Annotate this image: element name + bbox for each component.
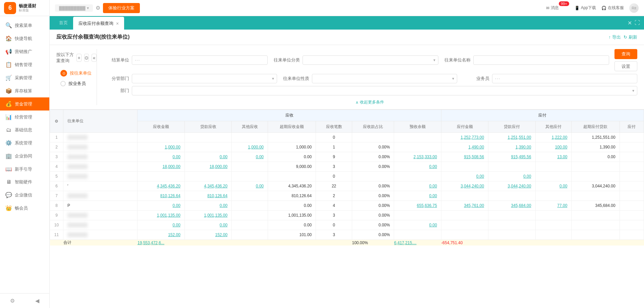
yingshou-dk[interactable]: 810,126.64: [184, 191, 231, 201]
promo-button[interactable]: 体验行业方案: [103, 3, 140, 13]
yingshou-qt[interactable]: 0.00: [232, 181, 268, 191]
yingshou-dk[interactable]: 152.00: [184, 230, 231, 240]
filter-settings-btn[interactable]: ⊙: [84, 54, 89, 62]
query-by-salesman[interactable]: 按业务员: [56, 79, 97, 89]
yingshou-je[interactable]: 1,000.00: [138, 142, 184, 152]
query-by-unit[interactable]: ⊙ 按往来单位: [56, 68, 97, 79]
yingshou-qt[interactable]: [232, 220, 268, 230]
yingshou-je[interactable]: 0.00: [138, 220, 184, 230]
sidebar-item-quicknav[interactable]: 🏠快捷导航: [0, 32, 49, 45]
yingshou-dk[interactable]: 1,001,135.00: [184, 211, 231, 220]
yingshou-je[interactable]: 18,000.00: [138, 162, 184, 172]
yingfu-dk[interactable]: 915,495.56: [488, 152, 535, 162]
yingshou-dk[interactable]: 0.00: [184, 152, 231, 162]
yingshou-dk[interactable]: [184, 133, 231, 142]
sidebar-item-search[interactable]: 🔍搜索菜单: [0, 19, 49, 32]
filter-jiesuan-input[interactable]: ···: [132, 55, 268, 65]
chevron-down-icon[interactable]: ▾: [87, 6, 89, 10]
yingfu-dk[interactable]: [488, 220, 535, 230]
yingshou-qt[interactable]: [232, 201, 268, 211]
yingshou-qt[interactable]: [232, 172, 268, 181]
yingfu-dk[interactable]: [488, 230, 535, 240]
yingfu-qt[interactable]: [535, 172, 572, 181]
app-download-btn[interactable]: 📱 App下载: [575, 5, 596, 11]
sidebar-item-vip[interactable]: 👑畅会员: [0, 202, 49, 215]
yingshou-je[interactable]: [138, 133, 184, 142]
sidebar-item-sales[interactable]: 📋销售管理: [0, 58, 49, 71]
yushou-yue[interactable]: 655,636.75: [394, 201, 441, 211]
export-btn[interactable]: ↑ 导出: [609, 34, 621, 40]
total-yushou[interactable]: 6,417,215....: [394, 240, 441, 246]
yingfu-je[interactable]: 1,252,773.00: [441, 133, 488, 142]
tab-home[interactable]: 首页: [54, 16, 73, 30]
yingfu-je[interactable]: [441, 230, 488, 240]
yingshou-dk[interactable]: [184, 172, 231, 181]
sidebar-item-corp[interactable]: 🏢企业协同: [0, 149, 49, 163]
filter-salesman-input[interactable]: ···: [492, 74, 637, 83]
yingshou-je[interactable]: [138, 172, 184, 181]
yingfu-je[interactable]: 345,761.00: [441, 201, 488, 211]
yushou-yue[interactable]: 2,153,333.00: [394, 152, 441, 162]
yingfu-qt[interactable]: 100.00: [535, 142, 572, 152]
yingfu-dk[interactable]: 345,684.00: [488, 201, 535, 211]
yingfu-qt[interactable]: 0.00: [535, 181, 572, 191]
yingfu-dk[interactable]: 1,390.00: [488, 142, 535, 152]
yingfu-qt[interactable]: [535, 191, 572, 201]
yingfu-dk[interactable]: 0.00: [488, 172, 535, 181]
yingshou-qt[interactable]: 0.00: [232, 152, 268, 162]
yingshou-dk[interactable]: [184, 142, 231, 152]
filter-nature-dropdown[interactable]: ▾: [312, 74, 457, 83]
sidebar-item-purchase[interactable]: 🛒采购管理: [0, 71, 49, 84]
yingfu-dk[interactable]: [488, 191, 535, 201]
yushou-yue[interactable]: [394, 133, 441, 142]
yingshou-je[interactable]: 1,001,135.00: [138, 211, 184, 220]
yushou-yue[interactable]: 0.00: [394, 191, 441, 201]
sidebar-item-marketing[interactable]: 📢营销推广: [0, 45, 49, 58]
yushou-yue[interactable]: [394, 172, 441, 181]
yushou-yue[interactable]: 0.00: [394, 162, 441, 172]
yingshou-qt[interactable]: [232, 133, 268, 142]
filter-classification-dropdown[interactable]: ▾: [303, 55, 438, 65]
sidebar-item-finance[interactable]: 💰资金管理: [0, 97, 49, 111]
settings-gear-icon[interactable]: ⚙: [96, 5, 100, 11]
yingfu-qt[interactable]: 77.00: [535, 201, 572, 211]
yingshou-dk[interactable]: 0.00: [184, 201, 231, 211]
yingfu-je[interactable]: 3,044,240.00: [441, 181, 488, 191]
messages-btn[interactable]: ✉ 消息 99+: [546, 5, 569, 11]
yingshou-qt[interactable]: [232, 162, 268, 172]
settings-button[interactable]: 设置: [614, 61, 637, 71]
yingfu-je[interactable]: [441, 211, 488, 220]
yingfu-je[interactable]: [441, 191, 488, 201]
online-service-btn[interactable]: 🎧 在线客服: [601, 5, 624, 11]
sidebar-item-hardware[interactable]: 🖥智能硬件: [0, 176, 49, 188]
yingfu-qt[interactable]: 13.00: [535, 152, 572, 162]
yushou-yue[interactable]: [394, 142, 441, 152]
yingfu-dk[interactable]: [488, 211, 535, 220]
tab-current[interactable]: 应收应付余额查询 ×: [73, 17, 124, 30]
yingfu-je[interactable]: [441, 162, 488, 172]
sidebar-item-inventory[interactable]: 📦库存核算: [0, 84, 49, 97]
yingfu-je[interactable]: 915,508.56: [441, 152, 488, 162]
yingshou-je[interactable]: 152.00: [138, 230, 184, 240]
filter-collapse-btn[interactable]: «: [92, 54, 97, 62]
collapse-more-btn[interactable]: ∧ 收起更多条件: [356, 99, 384, 105]
yingshou-dk[interactable]: 18,000.00: [184, 162, 231, 172]
yingfu-qt[interactable]: [535, 230, 572, 240]
yingfu-dk[interactable]: [488, 162, 535, 172]
add-filter-btn[interactable]: +: [76, 54, 82, 62]
total-yingshou-je[interactable]: 19,553,472,6...: [138, 240, 184, 246]
filter-dept-dropdown[interactable]: ▾: [132, 74, 277, 83]
yushou-yue[interactable]: 0.00: [394, 181, 441, 191]
settings-icon[interactable]: ⚙: [10, 298, 15, 304]
yingfu-je[interactable]: 1,490.00: [441, 142, 488, 152]
filter-subdept-dropdown[interactable]: ▾: [132, 86, 637, 95]
yushou-yue[interactable]: [394, 211, 441, 220]
yingshou-qt[interactable]: [232, 230, 268, 240]
yingfu-qt[interactable]: [535, 162, 572, 172]
yingshou-qt[interactable]: [232, 191, 268, 201]
sidebar-item-guide[interactable]: 📖新手引导: [0, 163, 49, 176]
user-avatar[interactable]: Rit: [629, 3, 639, 13]
yingshou-qt[interactable]: 1,000.00: [232, 142, 268, 152]
yingfu-je[interactable]: [441, 220, 488, 230]
yingshou-je[interactable]: 0.00: [138, 152, 184, 162]
